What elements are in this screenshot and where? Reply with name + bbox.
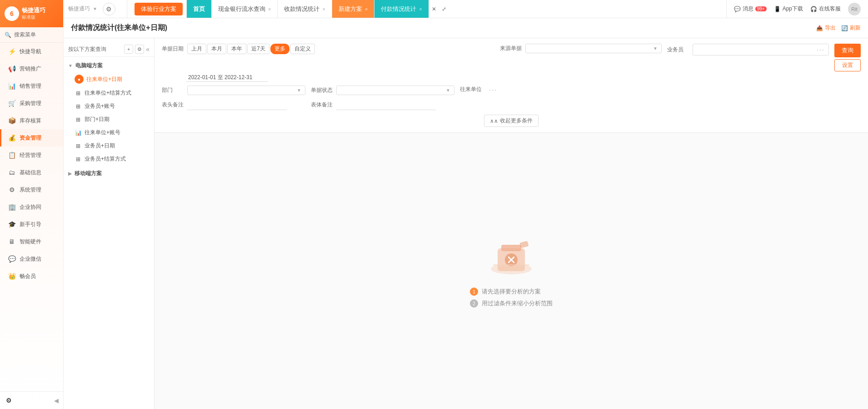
sidebar: 6 畅捷通巧 标准版 🔍 搜索菜单 ⚡快捷导航📢营销推广📊销售管理🛒采购管理📦库… [0, 0, 64, 409]
sidebar-item-system[interactable]: ⚙系统管理 [0, 181, 63, 198]
app-download-item[interactable]: 📱 App下载 [774, 5, 803, 13]
inventory-icon: 📦 [8, 116, 16, 125]
tab-label-home: 首页 [193, 5, 205, 13]
filter-row-2: 部门 ▼ 单据状态 ▼ [162, 86, 861, 95]
scheme-group-mobile-label: 移动端方案 [75, 170, 102, 177]
collapse-conditions-button[interactable]: ∧∧ 收起更多条件 [484, 115, 539, 127]
source-doc-arrow: ▼ [653, 46, 658, 51]
logo-sub: 标准版 [22, 14, 45, 20]
sidebar-search[interactable]: 🔍 搜索菜单 [0, 27, 63, 43]
sales-icon: 📊 [8, 82, 16, 90]
scheme-collapse-button[interactable]: « [146, 45, 150, 53]
page-sub-header: 付款情况统计(往来单位+日期) 📤 导出 🔄 刷新 [64, 18, 868, 38]
company-dropdown-icon[interactable]: ▼ [93, 6, 97, 11]
sidebar-item-quick-nav[interactable]: ⚡快捷导航 [0, 43, 63, 60]
dept-date-label: 部门+日期 [85, 116, 110, 123]
date-range-input[interactable] [186, 73, 268, 82]
trial-button[interactable]: 体验行业方案 [135, 3, 183, 15]
operation-icon: 📋 [8, 151, 16, 159]
date-tab-5[interactable]: 自定义 [290, 44, 315, 54]
tab-payment-stats[interactable]: 付款情况统计× [374, 0, 429, 18]
staff-select[interactable]: ··· [693, 44, 829, 56]
expand-window-button[interactable]: ⤢ [439, 4, 449, 14]
close-all-tabs-button[interactable]: ✕ [429, 4, 439, 14]
sidebar-item-operation[interactable]: 📋经营管理 [0, 146, 63, 164]
date-filter: 单据日期 上月本月本年近7天更多自定义 [162, 44, 315, 54]
source-doc-select[interactable]: ▼ [525, 44, 662, 53]
sidebar-item-sales[interactable]: 📊销售管理 [0, 77, 63, 95]
sidebar-header: 6 畅捷通巧 标准版 [0, 0, 63, 27]
company-settings-icon[interactable]: ⚙ [103, 3, 115, 15]
dept-filter: 部门 ▼ [162, 86, 305, 95]
empty-state: 1 请先选择要分析的方案 2 用过滤条件来缩小分析范围 [155, 133, 868, 409]
scheme-item-staff-account[interactable]: ⊞业务员+账号 [64, 100, 154, 113]
settings-icon[interactable]: ⚙ [5, 396, 13, 404]
sidebar-item-basic-info[interactable]: 🗂基础信息 [0, 164, 63, 181]
tab-label-collection-stats: 收款情况统计 [284, 5, 319, 13]
dept-date-icon: ⊞ [75, 116, 82, 123]
user-name: Rit [851, 6, 857, 12]
staff-filter: 业务员 ··· [667, 44, 829, 56]
app-icon: 📱 [774, 6, 781, 12]
tab-close-new-scheme[interactable]: × [365, 6, 368, 12]
empty-tip-1: 1 请先选择要分析的方案 [470, 288, 553, 296]
date-label: 单据日期 [162, 45, 185, 53]
date-tab-3[interactable]: 近7天 [247, 44, 269, 54]
sidebar-item-vip[interactable]: 👑畅会员 [0, 268, 63, 285]
collapse-label: 收起更多条件 [500, 117, 533, 125]
search-label: 搜索菜单 [14, 31, 36, 39]
sidebar-item-purchase[interactable]: 🛒采购管理 [0, 95, 63, 112]
scheme-group-mobile-header[interactable]: ▶ 移动端方案 [64, 167, 154, 180]
tip-num-1: 1 [470, 288, 478, 296]
scheme-settings-button[interactable]: ⚙ [135, 45, 144, 54]
message-item[interactable]: 💬 消息 99+ [734, 5, 767, 13]
scheme-add-button[interactable]: + [124, 45, 133, 54]
tab-new-scheme[interactable]: 新建方案× [332, 0, 374, 18]
collapse-sidebar-icon[interactable]: ◀ [54, 397, 59, 404]
table-header-note-input[interactable] [187, 100, 287, 110]
dept-arrow: ▼ [297, 88, 301, 93]
sidebar-item-marketing[interactable]: 📢营销推广 [0, 60, 63, 77]
related-unit-more[interactable]: ··· [489, 86, 497, 93]
doc-status-select[interactable]: ▼ [336, 86, 454, 95]
scheme-item-staff-settle[interactable]: ⊞业务员+结算方式 [64, 152, 154, 166]
sidebar-item-capital[interactable]: 💰资金管理 [0, 129, 63, 146]
staff-date-label: 业务员+日期 [85, 142, 115, 150]
staff-settle-icon: ⊞ [75, 156, 82, 163]
tab-close-collection-stats[interactable]: × [322, 6, 325, 12]
svg-rect-7 [519, 241, 529, 248]
sidebar-item-inventory[interactable]: 📦库存核算 [0, 112, 63, 129]
tab-home[interactable]: 首页 [187, 0, 212, 18]
staff-more-icon[interactable]: ··· [817, 46, 825, 53]
scheme-item-staff-date[interactable]: ⊞业务员+日期 [64, 139, 154, 152]
export-button[interactable]: 📤 导出 [816, 24, 836, 32]
scheme-item-dept-date[interactable]: ⊞部门+日期 [64, 113, 154, 126]
date-tab-1[interactable]: 本月 [207, 44, 226, 54]
table-body-note-input[interactable] [336, 100, 436, 110]
user-avatar[interactable]: Rit [848, 3, 861, 15]
query-button[interactable]: 查询 [834, 44, 861, 57]
sidebar-item-wechat[interactable]: 💬企业微信 [0, 250, 63, 268]
tab-collection-stats[interactable]: 收款情况统计× [278, 0, 332, 18]
sidebar-item-hardware[interactable]: 🖥智能硬件 [0, 233, 63, 250]
scheme-item-unit-date[interactable]: ●往来单位+日期 [64, 72, 154, 86]
online-service-item[interactable]: 🎧 在线客服 [810, 5, 841, 13]
tab-close-bank-flow[interactable]: × [268, 6, 271, 12]
sidebar-item-guide[interactable]: 🎓新手引导 [0, 216, 63, 233]
filter-main: 单据日期 上月本月本年近7天更多自定义 来源单据 ▼ 业务员 [155, 38, 868, 409]
scheme-group-pc-header[interactable]: ▼ 电脑端方案 [64, 60, 154, 72]
filter-settings-button[interactable]: 设置 [834, 59, 861, 71]
page-title: 付款情况统计(往来单位+日期) [71, 23, 167, 33]
tab-label-new-scheme: 新建方案 [339, 5, 362, 13]
tab-close-payment-stats[interactable]: × [419, 6, 422, 12]
refresh-button[interactable]: 🔄 刷新 [841, 24, 861, 32]
dept-select[interactable]: ▼ [187, 86, 305, 95]
date-tab-0[interactable]: 上月 [187, 44, 206, 54]
scheme-item-unit-settle[interactable]: ⊞往来单位+结算方式 [64, 86, 154, 100]
sidebar-item-enterprise[interactable]: 🏢企业协同 [0, 198, 63, 216]
tab-label-payment-stats: 付款情况统计 [381, 5, 416, 13]
scheme-item-unit-account[interactable]: 📊往来单位+账号 [64, 126, 154, 139]
tab-bank-flow[interactable]: 现金银行流水查询× [212, 0, 278, 18]
date-tab-4[interactable]: 更多 [270, 44, 289, 54]
date-tab-2[interactable]: 本年 [227, 44, 246, 54]
